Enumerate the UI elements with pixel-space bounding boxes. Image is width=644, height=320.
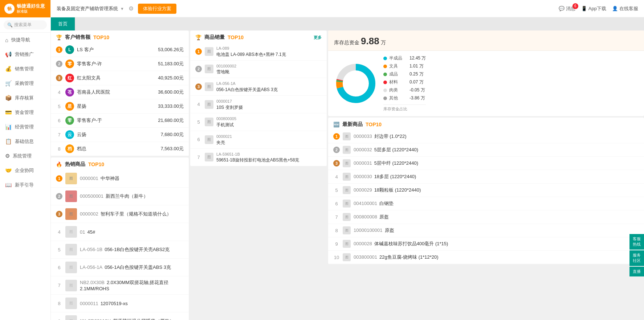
customer-name: 零售客户-许 xyxy=(77,61,155,67)
list-item: 1 图 0000001中华神器 xyxy=(51,170,189,188)
system-name: 装备及固定资产辅助管理系统 xyxy=(57,5,118,12)
sidebar-item-operation[interactable]: 📊 经营管理 xyxy=(0,120,50,134)
right-panel: 库存总资金 9.88 万 xyxy=(327,30,644,320)
legend-item: 半成品 12.45 万 xyxy=(383,55,426,61)
search-menu-box[interactable]: 🔍 搜索菜单 xyxy=(4,20,47,29)
product-info: LA-056-1A 056-1A白色按键开关盖ABS 3克 xyxy=(216,81,322,93)
legend-label: 其他 xyxy=(389,95,407,101)
list-item: 3 图 LA-056-1A 056-1A白色按键开关盖ABS 3克 xyxy=(190,78,327,96)
tab-home[interactable]: 首页 xyxy=(51,17,75,30)
trial-button[interactable]: 体验行业方案 xyxy=(138,4,176,14)
rank-number: 9 xyxy=(56,319,62,320)
mobile-icon: 📱 xyxy=(581,6,587,11)
legend-label: 材料 xyxy=(389,79,407,85)
product-info: 001000002 雪地靴 xyxy=(216,63,322,75)
rank-number-8: 8 xyxy=(56,146,62,152)
list-item: 8 图 000001112070519-xs xyxy=(51,295,189,312)
left-panel: 🏆 客户销售额 TOP10 1 L LS 客户 53,006.26元 2 xyxy=(51,30,189,320)
nav-label-operation: 经营管理 xyxy=(15,124,34,130)
guide-icon: 📖 xyxy=(5,182,12,188)
online-service-item[interactable]: 👤 在线客服 xyxy=(612,5,638,12)
product-rank-badge: TOP10 xyxy=(228,34,244,40)
rank-number: 5 xyxy=(195,119,202,125)
sales-amount: 51,183.00元 xyxy=(158,61,184,67)
basic-icon: 📋 xyxy=(5,138,12,145)
customer-name: 档总 xyxy=(77,145,158,152)
rank-number: 8 xyxy=(56,301,62,306)
more-link[interactable]: 更多 xyxy=(314,35,322,40)
hot-products-title: 热销商品 xyxy=(65,161,85,168)
app-download-item[interactable]: 📱 App下载 xyxy=(581,5,606,12)
rank-number: 6 xyxy=(56,265,62,270)
avatar: 星 xyxy=(65,102,74,111)
table-row: 3 红 红太阳文具 40,925.00元 xyxy=(51,71,189,85)
message-icon: 💬 xyxy=(559,6,564,11)
sidebar-item-purchase[interactable]: 🛒 采购管理 xyxy=(0,76,50,91)
product-img: 图 xyxy=(343,146,351,154)
product-image: 图 xyxy=(65,280,77,291)
product-img: 图 xyxy=(343,200,351,208)
sidebar-item-enterprise[interactable]: 🤝 企业协同 xyxy=(0,163,50,178)
nav-label-sales: 销售管理 xyxy=(15,66,34,72)
sales-rank-title: 客户销售额 xyxy=(65,34,90,41)
newest-badge: TOP10 xyxy=(366,122,382,127)
product-img: 图 xyxy=(343,173,351,181)
sidebar-nav: ⌂ 快捷导航 📢 营销推广 💰 销售管理 🛒 采购管理 📦 库存核算 💳 资金管… xyxy=(0,33,50,320)
purchase-icon: 🛒 xyxy=(5,80,12,87)
sidebar-item-sales[interactable]: 💰 销售管理 xyxy=(0,62,50,76)
product-img: 图 xyxy=(343,132,351,140)
product-img: 图 xyxy=(205,153,213,161)
service-community-button[interactable]: 服务社区 xyxy=(629,250,644,266)
legend-dot xyxy=(383,89,387,92)
message-item[interactable]: 💬 消息 6 xyxy=(559,5,575,12)
app-name: 畅捷通好生意 xyxy=(17,3,45,9)
avatar: 零 xyxy=(65,60,74,68)
donut-chart-area: 半成品 12.45 万 文具 1.01 万 成品 0.25 万 xyxy=(328,51,644,116)
main-area: 装备及固定资产辅助管理系统 ▼ ⚙ 体验行业方案 💬 消息 6 📱 App下载 … xyxy=(51,0,644,320)
product-info: 0145# xyxy=(80,229,184,235)
live-broadcast-button[interactable]: 直播 xyxy=(629,267,644,276)
list-item: 6 图 LA-056-1A056-1A白色按键开关盖ABS 3克 xyxy=(51,259,189,276)
inventory-unit: 万 xyxy=(381,40,386,46)
product-img: 图 xyxy=(205,135,213,144)
rank-number: 7 xyxy=(333,214,340,220)
list-item: 9 图 0000028体碱嘉枝味苏打饮品400毫升 (1*15) xyxy=(328,237,644,251)
product-img: 图 xyxy=(343,226,351,234)
product-rank-title: 商品销量 xyxy=(204,34,225,41)
product-info: 000003018多层 (1220*2440) xyxy=(354,173,639,180)
service-icon: 👤 xyxy=(612,6,618,11)
sidebar-item-system[interactable]: ⚙ 系统管理 xyxy=(0,149,50,163)
customer-name: 红太阳文具 xyxy=(77,75,155,81)
rank-number: 2 xyxy=(333,147,340,153)
sidebar-item-basic[interactable]: 📋 基础信息 xyxy=(0,134,50,149)
app-logo: 畅 畅捷通好生意 标准版 xyxy=(0,0,50,17)
legend-value: 0.25 万 xyxy=(409,71,424,77)
nav-label-guide: 新手引导 xyxy=(15,182,34,188)
sidebar-search-area: 🔍 搜索菜单 xyxy=(0,17,50,33)
sidebar-item-home[interactable]: ⌂ 快捷导航 xyxy=(0,33,50,47)
sidebar-item-marketing[interactable]: 📢 营销推广 xyxy=(0,47,50,62)
operation-icon: 📊 xyxy=(5,124,12,130)
rank-number: 8 xyxy=(333,228,340,233)
system-selector[interactable]: 装备及固定资产辅助管理系统 ▼ xyxy=(57,5,124,12)
chart-legend: 半成品 12.45 万 文具 1.01 万 成品 0.25 万 xyxy=(383,55,426,112)
sidebar-item-inventory[interactable]: 📦 库存核算 xyxy=(0,91,50,105)
list-item: 7 图 000800008原盔 xyxy=(328,210,644,224)
settings-icon[interactable]: ⚙ xyxy=(129,5,134,12)
nav-label-inventory: 库存核算 xyxy=(15,95,34,101)
trophy2-icon: 🏆 xyxy=(195,34,201,40)
product-info: 0000033封边带 (1.0*22) xyxy=(354,133,639,140)
content-area: 🏆 客户销售额 TOP10 1 L LS 客户 53,006.26元 2 xyxy=(51,30,644,320)
product-info: 10000100001原盔 xyxy=(354,227,639,234)
rank-number: 6 xyxy=(195,137,202,142)
customer-name: 零售客户-于 xyxy=(77,117,155,124)
sidebar-item-guide[interactable]: 📖 新手引导 xyxy=(0,178,50,192)
customer-hotline-button[interactable]: 客服热线 xyxy=(629,234,644,250)
newest-icon: 🆕 xyxy=(333,122,339,127)
list-item: 7 图 NB2.0X30B2.0X30MM双搓花轴,搓花直径2.1MM/ROHS xyxy=(51,276,189,295)
sidebar-item-finance[interactable]: 💳 资金管理 xyxy=(0,105,50,120)
legend-dot xyxy=(383,57,387,60)
avatar: 云 xyxy=(65,130,74,139)
rank-number: 7 xyxy=(56,283,62,288)
list-item: 2 图 000500001新西兰牛肉（新牛） xyxy=(51,188,189,205)
